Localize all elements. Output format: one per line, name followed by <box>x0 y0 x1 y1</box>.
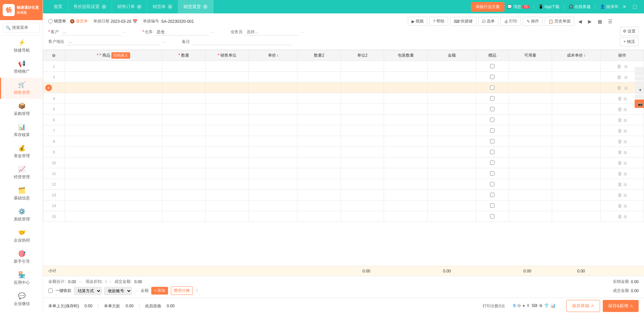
discount-help-icon[interactable]: ℹ <box>105 279 107 284</box>
sidebar-item-wechat[interactable]: 💬 企业微信 <box>0 289 43 310</box>
tab-close-sales-return[interactable]: × <box>203 4 208 9</box>
calendar-icon[interactable]: 📅 <box>132 19 138 24</box>
copy-row-button[interactable]: ⊞ <box>623 214 628 220</box>
one-click-payment-checkbox[interactable] <box>48 289 53 293</box>
prev-record-btn[interactable]: ◀ <box>576 17 584 26</box>
tool-icon-2[interactable]: ● <box>523 303 525 309</box>
gift-checkbox[interactable] <box>490 139 494 143</box>
sidebar-item-newguide[interactable]: 🎯 新手引导 <box>0 247 43 268</box>
settings-side-button[interactable]: ⚙ 设置 <box>620 27 639 36</box>
row-gift-cell[interactable] <box>476 61 508 72</box>
gift-checkbox[interactable] <box>490 96 494 101</box>
gift-checkbox[interactable] <box>490 107 494 111</box>
add-payment-button[interactable]: + 添加 <box>151 287 168 295</box>
remark-input[interactable] <box>192 38 292 45</box>
save-draft-button[interactable]: 保存草稿 ∧ <box>566 300 600 312</box>
row-qty-cell[interactable] <box>162 61 205 72</box>
row-unit-cell[interactable] <box>206 72 249 82</box>
quick-img-btn[interactable]: 图 <box>635 67 644 71</box>
delete-row-button[interactable]: 🗑 <box>617 149 623 155</box>
save-new-button[interactable]: 保存&新增 ∧ <box>603 300 639 312</box>
tab-sales-order[interactable]: 销售订单 × <box>112 0 147 13</box>
row-product-cell[interactable] <box>65 61 162 72</box>
row-pkg-cell[interactable] <box>384 82 427 93</box>
row-gift-cell[interactable] <box>476 82 508 93</box>
return-type-radio[interactable]: 退货单 <box>70 18 88 24</box>
tool-icon-6[interactable]: 👕 <box>544 303 549 309</box>
tool-icon-5[interactable]: 🖥 <box>539 303 543 309</box>
operate-btn[interactable]: ✎ 操作 <box>523 17 543 26</box>
message-button[interactable]: 💬 消息 70 <box>507 4 529 10</box>
row-qty2-cell[interactable] <box>298 82 341 93</box>
customer-input[interactable] <box>61 28 121 36</box>
return-radio-input[interactable] <box>70 19 74 23</box>
video-btn[interactable]: ▶ 视频 <box>408 17 427 26</box>
sidebar-item-operations[interactable]: 📈 经营管理 <box>0 162 43 183</box>
row-price-cell[interactable] <box>249 72 298 82</box>
gift-checkbox[interactable] <box>490 128 494 133</box>
experience-plan-button[interactable]: 体验行业方案 <box>471 2 504 12</box>
scan-barcode-button[interactable]: 扫码录入 <box>111 52 130 59</box>
product-input-active[interactable] <box>67 85 160 90</box>
row-unit2-cell[interactable] <box>341 82 384 93</box>
row-amount-cell[interactable] <box>427 72 476 82</box>
tool-icon-3[interactable]: 🎙 <box>526 303 530 309</box>
copy-row-button[interactable]: ⊞ <box>623 160 628 166</box>
history-btn[interactable]: 📋 历史单据 <box>545 17 574 26</box>
delete-row-button[interactable]: 🗑 <box>617 181 623 188</box>
copy-row-button[interactable]: ⊞ <box>623 128 628 134</box>
copy-row-button[interactable]: ⊞ <box>623 117 628 123</box>
copy-row-button[interactable]: ⊞ <box>623 96 628 102</box>
row-amount-cell[interactable] <box>427 82 476 93</box>
warehouse-input[interactable] <box>155 28 209 36</box>
tab-price-settings[interactable]: 售价提取设置 × <box>68 0 112 13</box>
row-qty2-cell[interactable] <box>298 61 341 72</box>
copy-row-button[interactable]: ⊞ <box>623 107 628 113</box>
address-input[interactable] <box>66 38 160 45</box>
gift-checkbox[interactable] <box>490 182 494 186</box>
copy-row-button[interactable]: ⊞ <box>623 182 628 188</box>
sidebar-item-basic[interactable]: 🗂️ 基础信息 <box>0 183 43 204</box>
row-price-cell[interactable] <box>249 61 298 72</box>
staff-more-icon[interactable]: ··· <box>301 30 304 35</box>
sidebar-item-purchase[interactable]: 📦 采购管理 <box>0 99 43 120</box>
row-price-cell[interactable] <box>249 82 298 93</box>
row-cost-cell[interactable] <box>552 61 600 72</box>
delete-row-button[interactable]: 🗑 <box>617 170 623 177</box>
sidebar-item-inventory[interactable]: 📊 库存核算 <box>0 120 43 141</box>
copy-row-button[interactable]: ⊞ <box>624 85 628 91</box>
sidebar-item-finance[interactable]: 💰 资金管理 <box>0 141 43 162</box>
row-qty-cell[interactable] <box>162 82 205 93</box>
fee-split-button[interactable]: 费用分摊 <box>171 287 193 295</box>
shortcut-btn[interactable]: ⌨ 快捷键 <box>450 17 476 26</box>
row-unit-cell[interactable] <box>206 61 249 72</box>
gift-checkbox[interactable] <box>490 193 494 197</box>
copy-row-button[interactable]: ⊞ <box>624 74 628 80</box>
delete-row-button[interactable]: 🗑 <box>617 192 623 198</box>
list-view-btn[interactable]: ☰ <box>606 17 614 26</box>
print-btn[interactable]: 🖨 打印 <box>500 17 521 26</box>
next-record-btn[interactable]: ▶ <box>586 17 594 26</box>
help-btn[interactable]: ? 帮助 <box>429 17 448 26</box>
grid-view-btn[interactable]: ▦ <box>596 17 604 26</box>
gift-checkbox[interactable] <box>490 118 494 122</box>
gift-checkbox[interactable] <box>490 214 494 218</box>
warehouse-more-icon[interactable]: ··· <box>211 30 214 35</box>
copy-row-button[interactable]: ⊞ <box>623 171 628 177</box>
tab-close-sales-order[interactable]: × <box>137 4 142 9</box>
tool-icon-7[interactable]: 📊 <box>550 303 555 309</box>
quick-info-btn[interactable]: 信 <box>635 72 644 76</box>
gift-checkbox[interactable] <box>490 75 494 79</box>
delete-row-button[interactable]: 🗑 <box>617 117 623 123</box>
add-row-button[interactable]: + <box>45 84 52 91</box>
delete-row-button[interactable]: 🗑 <box>617 213 623 220</box>
tab-close-sales-invoice[interactable]: × <box>168 4 172 9</box>
delete-row-button[interactable]: 🗑 <box>617 138 623 145</box>
copy-row-button[interactable]: ⊞ <box>623 139 628 145</box>
col-header-gear[interactable]: ⚙ <box>43 50 65 61</box>
row-unit-cell[interactable] <box>206 82 249 93</box>
row-amount-cell[interactable] <box>427 61 476 72</box>
tool-icon-4[interactable]: ⌨ <box>532 303 537 309</box>
row-product-cell-active[interactable] <box>65 82 162 93</box>
quick-camera-btn[interactable]: 📷 <box>635 100 644 108</box>
